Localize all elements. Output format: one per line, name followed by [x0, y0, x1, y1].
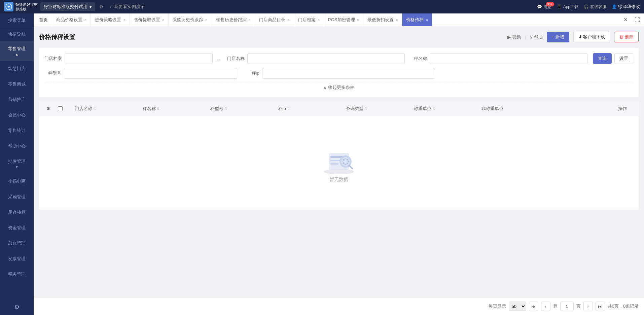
tab-close-store-archive[interactable]: × [318, 18, 320, 22]
chevron-down-icon: ▼ [15, 165, 19, 169]
version-selector[interactable]: 好业财标准版交付试用 ▾ [40, 2, 95, 11]
sidebar-item-help-center[interactable]: 帮助中心 [0, 138, 34, 154]
help-link[interactable]: ? 帮助 [530, 34, 542, 40]
th-barcode-type[interactable]: 条码类型 ⇅ [343, 106, 411, 112]
per-page-label: 每页显示 [489, 303, 506, 309]
user-name: 徐泽华修改 [618, 4, 640, 10]
logo: 畅捷通好业财 标准版 [4, 2, 38, 12]
store-archive-picker[interactable]: ... [215, 56, 222, 61]
filter-row-1: 门店档案 ... 门店名称 秤名称 查询 设置 [44, 53, 633, 64]
delete-button[interactable]: 🗑 删除 [614, 32, 639, 42]
tab-close-purchase-strategy[interactable]: × [123, 18, 125, 22]
th-gear[interactable]: ⚙ [42, 106, 55, 111]
tab-close-purchase-history[interactable]: × [205, 18, 207, 22]
prev-page-btn[interactable]: ‹ [541, 302, 550, 311]
tab-pos-mgmt[interactable]: POS加密管理 × [324, 13, 363, 26]
tab-price-settings[interactable]: 商品价格设置 × [52, 13, 91, 26]
video-link[interactable]: ▶ 视频 [507, 34, 521, 40]
scale-name-input[interactable] [430, 53, 587, 64]
page-number-input[interactable] [560, 302, 574, 311]
tab-purchase-strategy[interactable]: 进价策略设置 × [91, 13, 130, 26]
scale-model-input[interactable] [64, 68, 237, 79]
sort-weight-unit-icon: ⇅ [432, 107, 435, 110]
tab-min-discount[interactable]: 最低折扣设置 × [363, 13, 402, 26]
tab-expand-btn[interactable]: ⛶ [632, 15, 643, 24]
store-name-input[interactable] [247, 53, 404, 64]
pagination: 每页显示 50 10 20 100 ⏮ ‹ 算 页 › ⏭ 共0页，0条记录 [34, 297, 644, 315]
tab-sale-history[interactable]: 销售历史价跟踪 × [212, 13, 255, 26]
sidebar-item-retail-mgmt[interactable]: 零售管理 ▲ [0, 41, 34, 61]
filter-collapse-btn[interactable]: ∧ 收起更多条件 [44, 83, 633, 92]
sidebar-item-smart-store[interactable]: 智慧门店 [0, 61, 34, 76]
tab-store-archive[interactable]: 门店档案 × [294, 13, 324, 26]
sidebar-item-online-store[interactable]: 零售商城 [0, 76, 34, 92]
scale-ip-input[interactable] [262, 68, 435, 79]
table-empty-state: 暂无数据 [39, 116, 639, 210]
page-total: 共0页，0条记录 [608, 303, 639, 309]
per-page-select[interactable]: 50 10 20 100 [509, 302, 526, 311]
main-layout: 搜索菜单 快捷导航 零售管理 ▲ 智慧门店 零售商城 营销推广 会员中心 零售统… [0, 13, 644, 315]
tab-close-btn[interactable]: ✕ [621, 15, 631, 24]
add-button[interactable]: + 新增 [547, 32, 569, 42]
sidebar-item-tax-mgmt[interactable]: 税务管理 [0, 267, 34, 282]
store-archive-input[interactable] [65, 53, 213, 64]
page-word: 算 [553, 303, 558, 309]
sidebar-item-purchase-mgmt[interactable]: 采购管理 [0, 189, 34, 205]
first-page-btn[interactable]: ⏮ [529, 302, 538, 311]
sidebar-item-marketing[interactable]: 营销推广 [0, 92, 34, 107]
filter-settings-button[interactable]: 设置 [614, 53, 633, 64]
tab-close-price-scale[interactable]: × [426, 18, 428, 22]
tab-close-min-discount[interactable]: × [396, 18, 398, 22]
sidebar-item-wholesale-mgmt[interactable]: 批发管理 ▼ [0, 154, 34, 174]
settings-icon[interactable]: ⚙ [97, 2, 106, 11]
sidebar-settings-btn[interactable]: ⚙ [0, 300, 34, 315]
tab-purchase-history[interactable]: 采购历史价跟踪 × [169, 13, 212, 26]
empty-text: 暂无数据 [329, 177, 348, 183]
th-store-name[interactable]: 门店名称 ⇅ [72, 106, 140, 112]
filter-scale-name: 秤名称 [410, 53, 587, 64]
sort-scale-name-icon: ⇅ [157, 107, 159, 110]
sidebar-item-xiaochangec[interactable]: 小畅电商 [0, 174, 34, 189]
sidebar-item-inventory[interactable]: 库存核算 [0, 205, 34, 220]
message-btn[interactable]: 💬 消息 99+ [537, 4, 551, 10]
svg-point-7 [341, 157, 350, 166]
chevron-up-icon: ▲ [15, 53, 19, 56]
content-area: 首页 商品价格设置 × 进价策略设置 × 售价提取设置 × 采购历史价跟踪 × … [34, 13, 644, 315]
last-page-btn[interactable]: ⏭ [596, 302, 605, 311]
tab-home[interactable]: 首页 [35, 13, 52, 26]
online-service-btn[interactable]: 🎧 在线客服 [584, 4, 606, 10]
tab-close-pos-mgmt[interactable]: × [357, 18, 359, 22]
th-operation: 操作 [609, 106, 636, 112]
th-weight-unit[interactable]: 称重单位 ⇅ [411, 106, 479, 112]
sidebar-item-retail-stats[interactable]: 零售统计 [0, 123, 34, 138]
filter-form: 门店档案 ... 门店名称 秤名称 查询 设置 [39, 48, 639, 97]
tab-bar: 首页 商品价格设置 × 进价策略设置 × 售价提取设置 × 采购历史价跟踪 × … [34, 13, 644, 26]
tab-close-sale-extract[interactable]: × [162, 18, 164, 22]
sidebar-search[interactable]: 搜索菜单 [0, 13, 34, 28]
query-button[interactable]: 查询 [593, 53, 612, 64]
app-download-btn[interactable]: 📱 App下载 [557, 4, 578, 10]
download-button[interactable]: ⬇ 客户端下载 [573, 32, 610, 42]
top-bar: 畅捷通好业财 标准版 好业财标准版交付试用 ▾ ⚙ ○ 我要看实例演示 💬 消息… [0, 0, 644, 13]
sidebar-item-finance-mgmt[interactable]: 资金管理 [0, 220, 34, 236]
th-scale-ip[interactable]: 秤ip ⇅ [276, 106, 344, 112]
th-scale-name[interactable]: 秤名称 ⇅ [140, 106, 208, 112]
sidebar-quick-nav[interactable]: 快捷导航 [0, 28, 34, 41]
th-scale-model[interactable]: 秤型号 ⇅ [208, 106, 276, 112]
user-avatar[interactable]: 👤 徐泽华修改 [612, 4, 640, 10]
sort-scale-model-icon: ⇅ [224, 107, 227, 110]
tab-price-scale[interactable]: 价格传秤 × [402, 13, 432, 26]
sidebar-item-invoice-mgmt[interactable]: 发票管理 [0, 251, 34, 267]
select-all-checkbox[interactable] [58, 106, 63, 111]
page-content: 价格传秤设置 ▶ 视频 | ? 帮助 + 新增 ⬇ 客户端下载 🗑 删除 [34, 26, 644, 297]
sidebar-item-member[interactable]: 会员中心 [0, 107, 34, 123]
tab-close-store-catalog[interactable]: × [287, 18, 289, 22]
tab-close-sale-history[interactable]: × [249, 18, 251, 22]
next-page-btn[interactable]: › [583, 302, 593, 311]
tab-store-catalog[interactable]: 门店商品目录 × [255, 13, 294, 26]
sidebar-item-ledger-mgmt[interactable]: 总账管理 [0, 236, 34, 251]
svg-line-8 [349, 165, 352, 169]
tab-sale-extract[interactable]: 售价提取设置 × [130, 13, 169, 26]
demo-link[interactable]: ○ 我要看实例演示 [110, 4, 145, 10]
tab-close-price-settings[interactable]: × [84, 18, 86, 22]
